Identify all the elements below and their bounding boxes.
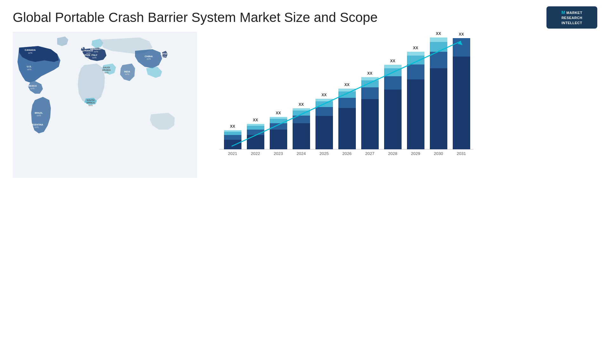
svg-rect-79 — [430, 68, 447, 149]
svg-text:ITALY: ITALY — [91, 54, 97, 56]
svg-rect-35 — [224, 135, 241, 140]
svg-text:SOUTH: SOUTH — [87, 99, 95, 101]
svg-text:xx%: xx% — [125, 73, 129, 75]
svg-text:U.K.: U.K. — [80, 47, 84, 50]
svg-text:2031: 2031 — [457, 151, 466, 156]
svg-text:CANADA: CANADA — [25, 49, 36, 51]
svg-text:xx%: xx% — [92, 57, 96, 59]
svg-rect-75 — [407, 64, 424, 79]
svg-rect-41 — [247, 126, 264, 130]
svg-text:2026: 2026 — [342, 151, 352, 156]
svg-rect-74 — [407, 79, 424, 149]
svg-rect-72 — [384, 65, 402, 68]
svg-text:XX: XX — [276, 111, 281, 115]
svg-text:XX: XX — [299, 102, 304, 107]
svg-text:XX: XX — [436, 32, 441, 36]
svg-text:MEXICO: MEXICO — [28, 85, 37, 87]
svg-text:2030: 2030 — [434, 151, 443, 156]
bar-chart-section: XX XX XX XX — [203, 32, 597, 191]
svg-text:xx%: xx% — [94, 51, 98, 53]
world-map-container: CANADA xx% U.S. xx% MEXICO xx% BRAZIL xx… — [13, 32, 197, 184]
header: Global Portable Crash Barrier System Mar… — [0, 0, 610, 32]
svg-text:XX: XX — [344, 83, 349, 87]
svg-rect-34 — [224, 140, 241, 149]
svg-text:2023: 2023 — [274, 151, 283, 156]
bar-chart-svg: XX XX XX XX — [207, 32, 477, 172]
svg-text:ARGENTINA: ARGENTINA — [30, 124, 43, 126]
svg-text:2022: 2022 — [251, 151, 260, 156]
svg-text:XX: XX — [230, 124, 235, 129]
svg-rect-66 — [361, 80, 379, 87]
svg-text:xx%: xx% — [162, 55, 166, 57]
svg-text:XX: XX — [253, 118, 258, 122]
logo-text: M MARKET RESEARCH INTELLECT — [561, 10, 582, 25]
svg-text:ARABIA: ARABIA — [102, 69, 111, 71]
svg-rect-64 — [361, 99, 379, 149]
svg-text:2029: 2029 — [411, 151, 420, 156]
svg-rect-45 — [270, 123, 287, 130]
svg-text:2027: 2027 — [365, 151, 375, 156]
svg-text:CHINA: CHINA — [145, 55, 153, 58]
top-row: CANADA xx% U.S. xx% MEXICO xx% BRAZIL xx… — [0, 32, 610, 361]
svg-rect-39 — [247, 135, 264, 149]
logo-line3: INTELLECT — [561, 21, 582, 25]
svg-text:xx%: xx% — [37, 114, 41, 117]
svg-rect-82 — [430, 37, 447, 42]
svg-rect-36 — [224, 132, 241, 135]
svg-text:SAUDI: SAUDI — [103, 66, 110, 69]
svg-rect-54 — [315, 116, 333, 149]
svg-text:XX: XX — [413, 46, 418, 50]
svg-text:xx%: xx% — [28, 52, 32, 54]
svg-rect-52 — [293, 108, 310, 111]
svg-text:BRAZIL: BRAZIL — [35, 112, 43, 114]
svg-rect-69 — [384, 90, 402, 149]
logo-area: M MARKET RESEARCH INTELLECT — [546, 6, 597, 29]
svg-rect-59 — [338, 108, 356, 149]
svg-rect-61 — [338, 91, 356, 98]
svg-rect-81 — [430, 42, 447, 52]
svg-rect-84 — [453, 57, 470, 149]
svg-rect-49 — [293, 123, 310, 149]
svg-text:U.S.: U.S. — [27, 65, 32, 68]
svg-text:INDIA: INDIA — [124, 71, 130, 73]
svg-text:xx%: xx% — [34, 126, 38, 128]
svg-text:XX: XX — [459, 32, 464, 37]
svg-text:2025: 2025 — [320, 151, 329, 156]
world-map-svg: CANADA xx% U.S. xx% MEXICO xx% BRAZIL xx… — [13, 32, 197, 178]
svg-text:xx%: xx% — [27, 68, 31, 71]
svg-text:XX: XX — [390, 59, 395, 63]
svg-text:xx%: xx% — [104, 71, 108, 74]
svg-rect-55 — [315, 107, 333, 116]
svg-text:SPAIN: SPAIN — [84, 54, 90, 56]
svg-rect-76 — [407, 56, 424, 64]
svg-rect-46 — [270, 119, 287, 123]
svg-text:JAPAN: JAPAN — [160, 53, 167, 55]
svg-text:XX: XX — [322, 93, 327, 97]
svg-text:2028: 2028 — [388, 151, 397, 156]
svg-text:2021: 2021 — [228, 151, 237, 156]
svg-rect-37 — [224, 130, 241, 132]
svg-rect-44 — [270, 130, 287, 149]
map-section: CANADA xx% U.S. xx% MEXICO xx% BRAZIL xx… — [13, 32, 197, 191]
svg-rect-47 — [270, 117, 287, 119]
svg-text:AFRICA: AFRICA — [86, 102, 95, 104]
svg-text:xx%: xx% — [30, 87, 34, 90]
svg-text:xx%: xx% — [146, 58, 151, 60]
svg-rect-70 — [384, 76, 402, 90]
logo-line2: RESEARCH — [561, 16, 582, 20]
svg-text:xx%: xx% — [85, 57, 89, 59]
svg-text:xx%: xx% — [88, 104, 92, 106]
svg-rect-77 — [407, 52, 424, 56]
svg-rect-65 — [361, 87, 379, 99]
logo-box: M MARKET RESEARCH INTELLECT — [546, 6, 597, 29]
svg-rect-60 — [338, 98, 356, 108]
svg-text:GERMANY: GERMANY — [90, 48, 102, 50]
logo-line1: MARKET — [566, 11, 582, 15]
svg-text:XX: XX — [367, 71, 372, 76]
svg-text:2024: 2024 — [297, 151, 306, 156]
svg-rect-42 — [247, 124, 264, 126]
svg-rect-85 — [453, 38, 470, 57]
page-title: Global Portable Crash Barrier System Mar… — [13, 10, 378, 25]
